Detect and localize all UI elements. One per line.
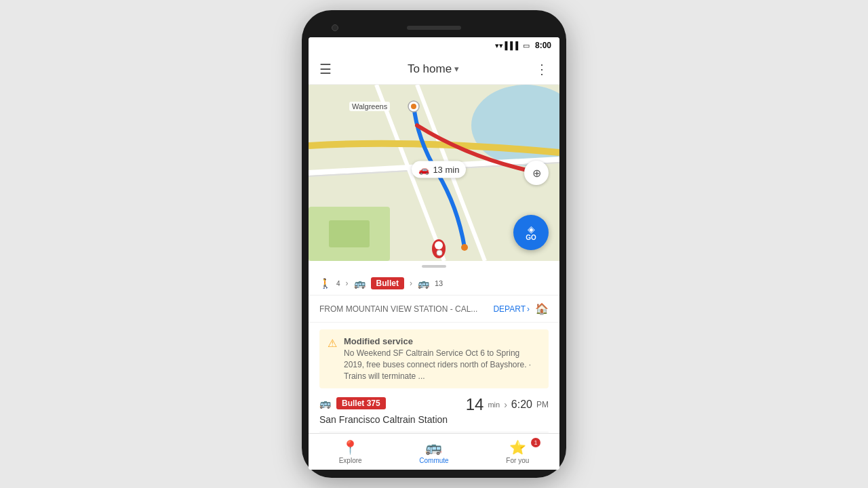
drag-handle — [422, 265, 446, 268]
warning-icon: ⚠ — [328, 337, 337, 350]
map-area: Walgreens 🚗 13 min ⊕ ◈ GO — [309, 85, 559, 261]
departure-minutes: 14 — [466, 395, 484, 414]
svg-point-9 — [461, 244, 468, 251]
status-bar: ▾▾ ▌▌▌ ▭ 8:00 — [309, 37, 559, 54]
commute-icon: 🚌 — [425, 439, 442, 455]
more-options-icon[interactable]: ⋮ — [535, 61, 549, 77]
alert-card: ⚠ Modified service No Weekend SF Caltrai… — [319, 329, 549, 388]
location-button[interactable]: ⊕ — [524, 161, 549, 185]
svg-point-13 — [435, 241, 443, 249]
title-area[interactable]: To home ▾ — [408, 62, 459, 76]
go-button[interactable]: ◈ GO — [513, 215, 549, 250]
go-label: GO — [526, 235, 536, 241]
phone-screen: ▾▾ ▌▌▌ ▭ 8:00 ☰ To home ▾ ⋮ — [309, 37, 559, 470]
depart-arrow: › — [527, 304, 530, 314]
alert-title: Modified service — [344, 336, 540, 346]
bus-num: 13 — [435, 279, 443, 287]
time-arrow-icon: › — [504, 399, 507, 410]
station-name: San Francisco Caltrain Station — [319, 414, 549, 425]
alert-body: No Weekend SF Caltrain Service Oct 6 to … — [344, 348, 540, 382]
transit-bus-icon: 🚌 — [319, 398, 331, 409]
location-icon: ⊕ — [532, 167, 541, 180]
travel-time-text: 13 min — [433, 164, 459, 174]
travel-time-badge: 🚗 13 min — [412, 161, 466, 178]
explore-icon: 📍 — [342, 439, 359, 455]
route-summary: 🚶 4 › 🚌 Bullet › 🚌 13 — [309, 272, 559, 296]
minutes-label: min — [488, 401, 500, 409]
hamburger-icon[interactable]: ☰ — [319, 61, 332, 77]
alert-content: Modified service No Weekend SF Caltrain … — [344, 336, 540, 382]
walk-num: 4 — [336, 280, 340, 287]
status-time: 8:00 — [535, 41, 551, 50]
transit-route-badge: Bullet 375 — [336, 397, 386, 409]
depart-row: FROM MOUNTAIN VIEW STATION - CAL... DEPA… — [309, 296, 559, 323]
home-icon: 🏠 — [535, 302, 549, 315]
wifi-icon: ▾▾ — [495, 41, 503, 50]
depart-label: DEPART — [493, 304, 526, 314]
phone-camera — [332, 24, 338, 31]
explore-label: Explore — [339, 457, 362, 464]
walgreens-label: Walgreens — [349, 102, 390, 111]
page-title: To home — [408, 62, 452, 76]
status-icons: ▾▾ ▌▌▌ ▭ — [495, 41, 530, 50]
nav-item-for-you[interactable]: ⭐ For you 1 — [476, 434, 559, 470]
navigation-icon: ◈ — [528, 224, 535, 235]
train-icon: 🚌 — [354, 278, 366, 289]
car-icon: 🚗 — [418, 164, 429, 174]
svg-rect-7 — [329, 220, 370, 247]
departure-ampm: PM — [536, 400, 549, 409]
arrow-icon-2: › — [410, 279, 412, 288]
bus-icon: 🚌 — [418, 278, 429, 289]
phone-notch — [309, 18, 559, 37]
svg-point-14 — [437, 250, 442, 256]
phone-frame: ▾▾ ▌▌▌ ▭ 8:00 ☰ To home ▾ ⋮ — [302, 10, 566, 478]
bottom-nav: 📍 Explore 🚌 Commute ⭐ For you 1 — [309, 433, 559, 470]
from-station-text: FROM MOUNTAIN VIEW STATION - CAL... — [319, 304, 493, 314]
phone-speaker — [407, 26, 461, 30]
chevron-down-icon: ▾ — [454, 64, 459, 74]
walk-icon: 🚶 — [319, 278, 331, 289]
for-you-label: For you — [506, 457, 529, 464]
transit-card[interactable]: 🚌 Bullet 375 14 min › 6:20 PM San Franci… — [319, 395, 549, 432]
arrow-icon-1: › — [346, 279, 349, 288]
bullet-badge: Bullet — [371, 277, 404, 289]
signal-icon: ▌▌▌ — [505, 41, 521, 49]
commute-label: Commute — [419, 457, 448, 464]
svg-point-11 — [411, 104, 416, 109]
for-you-badge: 1 — [531, 438, 540, 447]
transit-header: 🚌 Bullet 375 — [319, 397, 386, 409]
for-you-icon: ⭐ — [509, 439, 526, 455]
depart-button[interactable]: DEPART › — [493, 304, 530, 314]
nav-item-explore[interactable]: 📍 Explore — [309, 434, 392, 470]
time-info: 14 min › 6:20 PM — [466, 395, 549, 414]
battery-icon: ▭ — [523, 41, 530, 50]
bottom-panel: 🚶 4 › 🚌 Bullet › 🚌 13 FROM MOUNTAIN VIEW… — [309, 261, 559, 433]
departure-time: 6:20 — [511, 399, 532, 411]
top-bar: ☰ To home ▾ ⋮ — [309, 54, 559, 85]
transit-row: 🚌 Bullet 375 14 min › 6:20 PM — [319, 395, 549, 414]
nav-item-commute[interactable]: 🚌 Commute — [392, 434, 475, 470]
